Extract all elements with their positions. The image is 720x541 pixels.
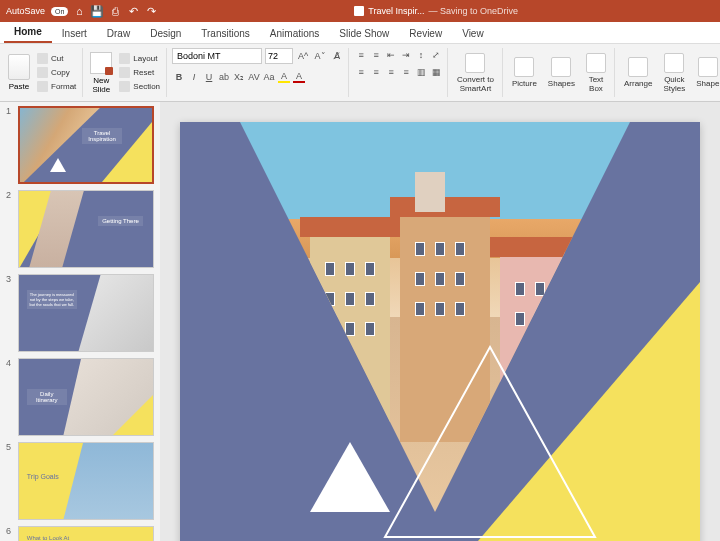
font-family-select[interactable] (172, 48, 262, 64)
clipboard-icon (8, 54, 30, 80)
cut-button[interactable]: Cut (35, 52, 78, 65)
copy-icon (37, 67, 48, 78)
thumb-2[interactable]: Getting There (18, 190, 154, 268)
arrange-icon (628, 57, 648, 77)
indent-inc-button[interactable]: ⇥ (399, 48, 413, 62)
brush-icon (37, 81, 48, 92)
arrange-button[interactable]: Arrange (620, 55, 656, 90)
layout-button[interactable]: Layout (117, 52, 162, 65)
tab-transitions[interactable]: Transitions (191, 24, 260, 43)
shape-format-button[interactable]: Shape (692, 55, 720, 90)
doc-title: Travel Inspir... (368, 6, 424, 16)
white-triangle (310, 442, 390, 512)
slide-main[interactable] (180, 122, 700, 541)
strike-button[interactable]: ab (217, 70, 231, 84)
copy-button[interactable]: Copy (35, 66, 78, 79)
scissors-icon (37, 53, 48, 64)
save-icon[interactable]: 💾 (90, 4, 104, 18)
tab-insert[interactable]: Insert (52, 24, 97, 43)
outline-triangle (380, 342, 600, 541)
home-icon[interactable]: ⌂ (72, 4, 86, 18)
align-center-button[interactable]: ≡ (369, 65, 383, 79)
slide-thumbnails[interactable]: 1 Travel Inspiration 2 Getting There 3 T… (0, 102, 160, 541)
columns-button[interactable]: ▥ (414, 65, 428, 79)
underline-button[interactable]: U (202, 70, 216, 84)
thumb-5[interactable]: Trip Goals (18, 442, 154, 520)
subscript-button[interactable]: X₂ (232, 70, 246, 84)
thumb-3[interactable]: The journey is measured not by the steps… (18, 274, 154, 352)
tab-strip: Home Insert Draw Design Transitions Anim… (0, 22, 720, 44)
slide-canvas[interactable] (160, 102, 720, 541)
italic-button[interactable]: I (187, 70, 201, 84)
reset-button[interactable]: Reset (117, 66, 162, 79)
shapes-button[interactable]: Shapes (544, 55, 579, 90)
format-painter-button[interactable]: Format (35, 80, 78, 93)
doc-icon (354, 6, 364, 16)
smartart-button[interactable]: Convert to SmartArt (453, 51, 498, 95)
justify-button[interactable]: ≡ (399, 65, 413, 79)
quickstyles-icon (664, 53, 684, 73)
picture-icon (514, 57, 534, 77)
bullets-button[interactable]: ≡ (354, 48, 368, 62)
line-spacing-button[interactable]: ↕ (414, 48, 428, 62)
font-shrink-button[interactable]: A˅ (313, 49, 327, 63)
thumb-6[interactable]: What to Look At (18, 526, 154, 541)
tab-review[interactable]: Review (399, 24, 452, 43)
textbox-button[interactable]: Text Box (582, 51, 610, 95)
tab-design[interactable]: Design (140, 24, 191, 43)
svg-marker-0 (385, 347, 595, 537)
new-slide-icon (90, 52, 112, 74)
new-slide-button[interactable]: New Slide (88, 50, 114, 96)
ribbon: Paste Cut Copy Format New Slide Layout R… (0, 44, 720, 102)
autosave-toggle[interactable]: On (51, 7, 68, 16)
thumb-1[interactable]: Travel Inspiration (18, 106, 154, 184)
section-button[interactable]: Section (117, 80, 162, 93)
tab-animations[interactable]: Animations (260, 24, 329, 43)
layout-icon (119, 53, 130, 64)
undo-icon[interactable]: ↶ (126, 4, 140, 18)
tab-slideshow[interactable]: Slide Show (329, 24, 399, 43)
indent-dec-button[interactable]: ⇤ (384, 48, 398, 62)
paste-button[interactable]: Paste (6, 52, 32, 93)
font-color-button[interactable]: A (292, 70, 306, 84)
bold-button[interactable]: B (172, 70, 186, 84)
case-button[interactable]: Aa (262, 70, 276, 84)
tab-draw[interactable]: Draw (97, 24, 140, 43)
tab-view[interactable]: View (452, 24, 494, 43)
picture-button[interactable]: Picture (508, 55, 541, 90)
align-text-button[interactable]: ▦ (429, 65, 443, 79)
redo-icon[interactable]: ↷ (144, 4, 158, 18)
smartart-icon (465, 53, 485, 73)
numbering-button[interactable]: ≡ (369, 48, 383, 62)
shape-icon (698, 57, 718, 77)
font-grow-button[interactable]: A^ (296, 49, 310, 63)
quickstyles-button[interactable]: Quick Styles (659, 51, 689, 95)
spacing-button[interactable]: AV (247, 70, 261, 84)
align-left-button[interactable]: ≡ (354, 65, 368, 79)
shapes-icon (551, 57, 571, 77)
highlight-button[interactable]: A (277, 70, 291, 84)
print-icon[interactable]: ⎙ (108, 4, 122, 18)
main-area: 1 Travel Inspiration 2 Getting There 3 T… (0, 102, 720, 541)
font-size-select[interactable] (265, 48, 293, 64)
clear-format-button[interactable]: A̸ (330, 49, 344, 63)
autosave-label: AutoSave (6, 6, 45, 16)
text-direction-button[interactable]: ⤢ (429, 48, 443, 62)
reset-icon (119, 67, 130, 78)
textbox-icon (586, 53, 606, 73)
thumb-4[interactable]: Daily Itinerary (18, 358, 154, 436)
tab-home[interactable]: Home (4, 22, 52, 43)
align-right-button[interactable]: ≡ (384, 65, 398, 79)
title-bar: AutoSave On ⌂ 💾 ⎙ ↶ ↷ Travel Inspir... —… (0, 0, 720, 22)
section-icon (119, 81, 130, 92)
save-status: — Saving to OneDrive (429, 6, 519, 16)
